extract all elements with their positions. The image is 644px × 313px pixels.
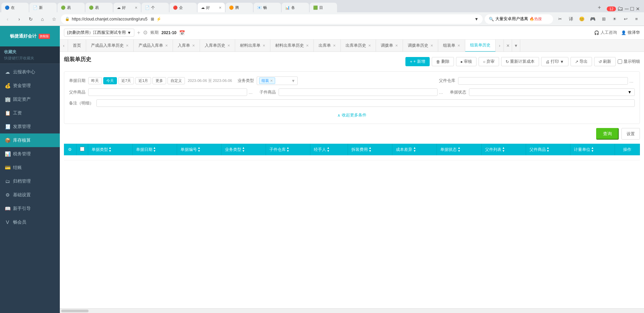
- yesterday-btn[interactable]: 昨天: [88, 77, 102, 84]
- today-btn[interactable]: 今天: [103, 77, 117, 84]
- recalc-button[interactable]: ↻ 重新计算成本: [501, 57, 539, 66]
- sidebar-item-cloud_report[interactable]: ☁ 云报表中心: [0, 65, 60, 79]
- col-parent_list[interactable]: 父件列表▲▼: [481, 144, 526, 155]
- calendar-icon[interactable]: 📅: [179, 30, 185, 35]
- page-tab-prod_in[interactable]: 产成品入库单 ✕: [134, 40, 173, 52]
- tab-close-icon[interactable]: ✕: [135, 6, 137, 10]
- settings-col-icon[interactable]: ⚙: [68, 147, 72, 152]
- game-button[interactable]: 🎮: [588, 14, 598, 24]
- collapse-bar[interactable]: ∧ 收起更多条件: [69, 110, 635, 119]
- col-order_type[interactable]: 单据类型▲▼: [88, 144, 132, 155]
- page-tab-close-out_hist[interactable]: ✕: [368, 44, 371, 47]
- browser-tab-t3[interactable]: 🟢 易: [57, 3, 85, 12]
- refresh-button[interactable]: ↺ 刷新: [594, 57, 616, 66]
- new-tab-button[interactable]: +: [594, 3, 604, 12]
- refresh-button[interactable]: ↻: [26, 14, 36, 24]
- col-parent_goods[interactable]: 父件商品▲▼: [526, 144, 570, 155]
- page-tab-close-in_hist[interactable]: ✕: [227, 44, 230, 47]
- new-button[interactable]: + + 新增: [405, 57, 429, 66]
- parent-goods-input[interactable]: [88, 88, 247, 96]
- close-all-tabs-button[interactable]: ✕: [504, 40, 512, 52]
- parent-goods-dots[interactable]: ...: [247, 89, 254, 95]
- maximize-button[interactable]: ☐: [630, 6, 634, 12]
- print-button[interactable]: 🖨 打印 ▼: [541, 57, 568, 66]
- export-button[interactable]: ↗ 导出: [571, 57, 592, 66]
- page-tab-out_hist[interactable]: 出库单历史 ✕: [341, 40, 376, 52]
- biz-type-input[interactable]: 组装 ✕ ▼: [257, 76, 298, 85]
- scrollbar-thumb[interactable]: [61, 310, 89, 312]
- browser-tab-t7[interactable]: 🔴 企: [170, 3, 197, 12]
- sidebar-item-inventory[interactable]: 📦 库存核算: [0, 133, 60, 147]
- more-btn[interactable]: 更多: [152, 77, 166, 84]
- month-btn[interactable]: 近1月: [135, 77, 151, 84]
- status-select[interactable]: ▼: [469, 88, 635, 96]
- page-tab-in_order[interactable]: 入库单 ✕: [173, 40, 200, 52]
- sun-button[interactable]: ☀: [610, 14, 619, 24]
- parent-warehouse-dots[interactable]: ...: [628, 78, 635, 84]
- page-tab-close-assemble_hist[interactable]: ✕: [430, 44, 433, 47]
- browser-tab-t9[interactable]: 🟠 腾: [226, 3, 253, 12]
- grid-button[interactable]: ⊞: [599, 14, 608, 24]
- browser-tab-t12[interactable]: 🟩 目: [310, 3, 337, 12]
- browser-tab-t10[interactable]: 📧 畅: [254, 3, 281, 12]
- page-tab-close-bundle[interactable]: ✕: [457, 44, 460, 47]
- parent-warehouse-input[interactable]: [458, 77, 628, 85]
- col-unit[interactable]: 计量单位▲▼: [570, 144, 615, 155]
- scrollbar-area[interactable]: [60, 308, 644, 313]
- sidebar-item-tax[interactable]: 📊 税务管理: [0, 147, 60, 161]
- page-tab-close-in_order[interactable]: ✕: [192, 44, 195, 47]
- biz-type-dropdown[interactable]: ▼: [291, 79, 295, 83]
- browser-tab-t5[interactable]: ☁ 好 ✕: [113, 3, 141, 12]
- query-button[interactable]: 查询: [596, 128, 619, 140]
- translate-button[interactable]: 译: [566, 14, 576, 24]
- page-tab-bundle_hist[interactable]: 组装单历史: [465, 40, 496, 52]
- child-goods-input[interactable]: [279, 88, 438, 96]
- tabs-more-button[interactable]: ▼: [512, 40, 520, 52]
- browser-tab-t4[interactable]: 🟢 易: [85, 3, 113, 12]
- page-tab-mat_out_hist[interactable]: 材料出库单历史 ✕: [270, 40, 314, 52]
- abandon-button[interactable]: ○ 弃审: [479, 57, 499, 66]
- service-button[interactable]: 🎧 人工咨询: [594, 30, 617, 35]
- remark-input[interactable]: [96, 99, 635, 107]
- sidebar-item-fund[interactable]: 💰 资金管理: [0, 79, 60, 93]
- star-button[interactable]: ☆: [49, 14, 59, 24]
- page-tab-bundle[interactable]: 组装单 ✕: [438, 40, 465, 52]
- col-disassemble_fee[interactable]: 拆装费用▲▼: [348, 144, 392, 155]
- page-tab-in_hist[interactable]: 入库单历史 ✕: [200, 40, 235, 52]
- back-button[interactable]: ‹: [3, 14, 12, 24]
- address-bar[interactable]: 🔒 https://cloud.chanjet.com/accounting/u…: [61, 14, 483, 24]
- page-tab-close-prod_in_hist[interactable]: ✕: [126, 44, 129, 47]
- page-tab-home[interactable]: 首页: [68, 40, 86, 52]
- page-tab-close-mat_out_hist[interactable]: ✕: [306, 44, 309, 47]
- col-order_no[interactable]: 单据编号▲▼: [177, 144, 221, 155]
- page-tab-prod_in_hist[interactable]: 产成品入库单历史 ✕: [86, 40, 134, 52]
- page-tab-close-prod_in[interactable]: ✕: [165, 44, 168, 47]
- add-company-button[interactable]: +: [137, 30, 140, 36]
- cut-button[interactable]: ✂: [555, 14, 565, 24]
- forward-button[interactable]: ›: [14, 14, 24, 24]
- page-tab-close-out[interactable]: ✕: [333, 44, 336, 47]
- custom-btn[interactable]: 自定义: [167, 77, 185, 84]
- col-order_status[interactable]: 单据状态▲▼: [437, 144, 481, 155]
- settings-icon-button[interactable]: ⚙: [143, 29, 148, 36]
- user-menu[interactable]: 👤 徐泽华: [621, 30, 640, 35]
- child-goods-dots[interactable]: ...: [438, 89, 444, 95]
- emoji-button[interactable]: 😊: [577, 14, 587, 24]
- browser-tab-t2[interactable]: 📄 新: [29, 3, 57, 12]
- sidebar-favorites[interactable]: 收藏夹 快捷键打开收藏夹: [0, 46, 60, 64]
- sidebar-item-fixed_assets[interactable]: 🏢 固定资产: [0, 93, 60, 106]
- browser-tab-t11[interactable]: 📊 各: [282, 3, 309, 12]
- col-order_date[interactable]: 单据日期▲▼: [132, 144, 177, 155]
- col-biz_type[interactable]: 业务类型▲▼: [221, 144, 266, 155]
- sidebar-item-invoice[interactable]: 🧾 发票管理: [0, 120, 60, 133]
- minimize-button[interactable]: ─: [625, 6, 629, 12]
- col-child_warehouse[interactable]: 子件仓库▲▼: [266, 144, 310, 155]
- sidebar-item-checkout[interactable]: 💳 结账: [0, 161, 60, 174]
- tab-next-button[interactable]: ›: [496, 40, 504, 52]
- show-detail-checkbox[interactable]: [618, 59, 622, 64]
- sidebar-item-archive[interactable]: 🗂 归档管理: [0, 174, 60, 188]
- delete-button[interactable]: 🗑 删除: [432, 57, 454, 66]
- col-handler[interactable]: 经手人▲▼: [310, 144, 348, 155]
- browser-tab-t6[interactable]: 📄 个: [142, 3, 169, 12]
- page-tab-close-mat_out[interactable]: ✕: [263, 44, 265, 47]
